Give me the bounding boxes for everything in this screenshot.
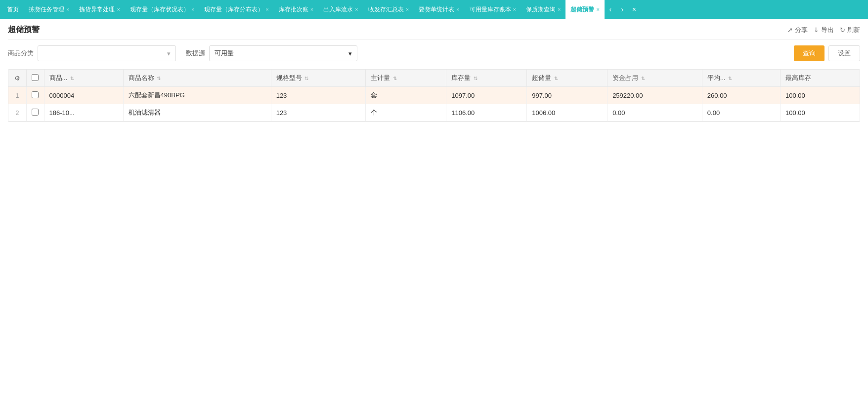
table-col-overstock[interactable]: 超储量 ⇅ (527, 70, 608, 87)
data-table: ⚙ 商品... ⇅ 商品名称 ⇅ 规格型号 ⇅ (8, 69, 860, 122)
nav-quality-query[interactable]: 保质期查询 × (521, 0, 565, 19)
close-icon[interactable]: × (596, 6, 599, 12)
row-stock: 1106.00 (446, 104, 527, 121)
datasource-select[interactable]: 可用量 ▾ (209, 45, 357, 61)
table-row: 2 186-10... 机油滤清器 123 个 1106.00 1006.00 … (8, 104, 860, 121)
gear-icon[interactable]: ⚙ (14, 75, 20, 82)
datasource-label: 数据源 (186, 49, 205, 58)
chevron-down-icon: ▾ (167, 50, 171, 57)
nav-order-stats[interactable]: 要货单统计表 × (414, 0, 464, 19)
close-icon[interactable]: × (406, 6, 409, 12)
nav-stock-distribution[interactable]: 现存量（库存分布表） × (199, 0, 273, 19)
sort-icon: ⇅ (728, 76, 732, 81)
table-col-spec[interactable]: 规格型号 ⇅ (271, 70, 366, 87)
close-icon[interactable]: × (66, 6, 69, 12)
nav-batch-account[interactable]: 库存批次账 × (274, 0, 318, 19)
close-icon[interactable]: × (558, 6, 561, 12)
row-spec: 123 (271, 87, 366, 104)
table-col-avg[interactable]: 平均... ⇅ (702, 70, 780, 87)
table-header-settings: ⚙ (8, 70, 26, 87)
table-header-row: ⚙ 商品... ⇅ 商品名称 ⇅ 规格型号 ⇅ (8, 70, 860, 87)
row-checkbox[interactable] (32, 109, 39, 116)
top-navigation: 首页 拣货任务管理 × 拣货异常处理 × 现存量（库存状况表） × 现存量（库存… (0, 0, 868, 19)
nav-stock-status[interactable]: 现存量（库存状况表） × (125, 0, 199, 19)
row-avg: 0.00 (702, 104, 780, 121)
nav-task-management[interactable]: 拣货任务管理 × (24, 0, 74, 19)
export-button[interactable]: ⇓ 导出 (814, 26, 834, 35)
nav-next-arrow[interactable]: › (616, 0, 628, 19)
row-unit: 个 (366, 104, 446, 121)
table-row: 1 0000004 六配套新昌490BPG 123 套 1097.00 997.… (8, 87, 860, 104)
nav-available-account[interactable]: 可用量库存账本 × (465, 0, 521, 19)
close-icon[interactable]: × (117, 6, 120, 12)
close-icon[interactable]: × (456, 6, 459, 12)
sort-icon: ⇅ (157, 76, 161, 81)
header-actions: ➚ 分享 ⇓ 导出 ↻ 刷新 (787, 26, 860, 35)
page-title: 超储预警 (8, 25, 40, 35)
close-icon[interactable]: × (513, 6, 516, 12)
refresh-icon: ↻ (840, 26, 845, 34)
share-button[interactable]: ➚ 分享 (787, 26, 808, 35)
close-icon[interactable]: × (310, 6, 313, 12)
table-col-product-id[interactable]: 商品... ⇅ (44, 70, 123, 87)
table-col-product-name[interactable]: 商品名称 ⇅ (123, 70, 271, 87)
share-icon: ➚ (787, 26, 793, 34)
export-icon: ⇓ (814, 26, 819, 34)
nav-close-arrow[interactable]: × (628, 0, 640, 19)
row-product-name: 机油滤清器 (123, 104, 271, 121)
nav-inout-flow[interactable]: 出入库流水 × (318, 0, 363, 19)
table-header-checkbox (26, 70, 44, 87)
datasource-value: 可用量 (215, 49, 234, 58)
table-col-max-stock[interactable]: 最高库存 (780, 70, 860, 87)
nav-receive-summary[interactable]: 收发存汇总表 × (363, 0, 414, 19)
table-col-unit[interactable]: 主计量 ⇅ (366, 70, 446, 87)
table-col-stock[interactable]: 库存量 ⇅ (446, 70, 527, 87)
datasource-filter: 数据源 可用量 ▾ (186, 45, 357, 61)
row-product-name: 六配套新昌490BPG (123, 87, 271, 104)
sort-icon: ⇅ (304, 76, 308, 81)
close-icon[interactable]: × (355, 6, 358, 12)
sort-icon: ⇅ (641, 76, 645, 81)
row-capital: 0.00 (608, 104, 702, 121)
row-checkbox-cell (26, 104, 44, 121)
close-icon[interactable]: × (265, 6, 268, 12)
filter-area: 商品分类 ▾ 数据源 可用量 ▾ 查询 设置 (8, 40, 860, 67)
nav-prev-arrow[interactable]: ‹ (605, 0, 616, 19)
nav-home[interactable]: 首页 (2, 0, 24, 19)
row-spec: 123 (271, 104, 366, 121)
query-button[interactable]: 查询 (794, 45, 825, 61)
row-unit: 套 (366, 87, 446, 104)
row-capital: 259220.00 (608, 87, 702, 104)
chevron-down-icon: ▾ (348, 50, 352, 57)
category-filter: 商品分类 ▾ (8, 45, 176, 61)
sort-icon: ⇅ (554, 76, 558, 81)
sort-icon: ⇅ (474, 76, 477, 81)
settings-button[interactable]: 设置 (828, 45, 860, 61)
row-product-id: 0000004 (44, 87, 123, 104)
row-avg: 260.00 (702, 87, 780, 104)
sort-icon: ⇅ (393, 76, 397, 81)
row-max-stock: 100.00 (780, 104, 860, 121)
nav-abnormal-handling[interactable]: 拣货异常处理 × (74, 0, 125, 19)
row-stock: 1097.00 (446, 87, 527, 104)
sort-icon: ⇅ (70, 76, 74, 81)
page-content: 超储预警 ➚ 分享 ⇓ 导出 ↻ 刷新 商品分类 ▾ 数据源 (0, 19, 868, 395)
close-icon[interactable]: × (191, 6, 194, 12)
select-all-checkbox[interactable] (32, 74, 39, 81)
row-checkbox-cell (26, 87, 44, 104)
row-checkbox[interactable] (32, 91, 39, 98)
row-overstock: 1006.00 (527, 104, 608, 121)
filter-actions: 查询 设置 (794, 45, 860, 61)
row-overstock: 997.00 (527, 87, 608, 104)
row-max-stock: 100.00 (780, 87, 860, 104)
row-number: 2 (8, 104, 26, 121)
row-product-id: 186-10... (44, 104, 123, 121)
refresh-button[interactable]: ↻ 刷新 (840, 26, 860, 35)
nav-overstock-warning[interactable]: 超储预警 × (565, 0, 604, 19)
category-select[interactable]: ▾ (38, 45, 176, 61)
row-number: 1 (8, 87, 26, 104)
table-col-capital[interactable]: 资金占用 ⇅ (608, 70, 702, 87)
category-label: 商品分类 (8, 49, 34, 58)
page-header: 超储预警 ➚ 分享 ⇓ 导出 ↻ 刷新 (8, 19, 860, 40)
